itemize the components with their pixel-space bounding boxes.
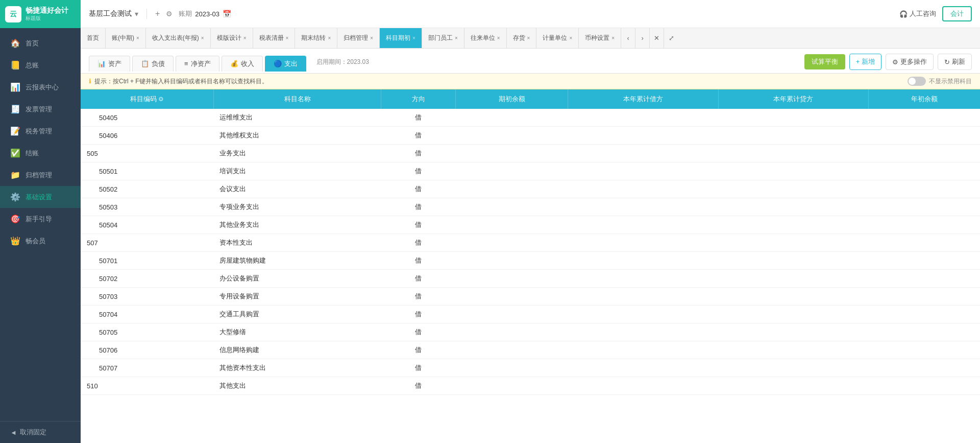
cell-opening-14 [456, 359, 568, 377]
disable-toggle[interactable] [908, 77, 926, 86]
tab-close-12[interactable]: × [611, 35, 615, 41]
sidebar-footer[interactable]: ◄ 取消固定 [0, 421, 81, 443]
tab-prev-button[interactable]: ‹ [621, 28, 635, 48]
tab-10[interactable]: 存货× [507, 28, 537, 48]
sidebar-item-tax[interactable]: 📝 税务管理 [0, 120, 81, 142]
tab-close-6[interactable]: × [370, 35, 373, 41]
sidebar-item-member[interactable]: 👑 畅会员 [0, 230, 81, 252]
tab-next-button[interactable]: › [635, 28, 650, 48]
cell-name-14: 其他资本性支出 [213, 359, 381, 377]
sidebar-item-reports[interactable]: 📊 云报表中心 [0, 76, 81, 98]
tab-6[interactable]: 归档管理× [337, 28, 380, 48]
table-row[interactable]: 50704 交通工具购置 借 [81, 306, 980, 323]
tab-2[interactable]: 收入支出表(年报)× [146, 28, 211, 48]
sidebar-item-archive[interactable]: 📁 归档管理 [0, 164, 81, 186]
sidebar-item-guide[interactable]: 🎯 新手引导 [0, 208, 81, 230]
cell-code-14: 50707 [81, 359, 213, 377]
tab-close-5[interactable]: × [328, 35, 331, 41]
cell-name-6: 其他业务支出 [213, 216, 381, 234]
tab-3[interactable]: 模版设计× [211, 28, 253, 48]
ledger-icon: 📒 [10, 60, 20, 70]
period-selector[interactable]: 账期 2023-03 📅 [179, 9, 231, 18]
tab-expand-button[interactable]: ⤢ [664, 28, 678, 48]
tab-close-all-button[interactable]: ✕ [650, 28, 664, 48]
table-row[interactable]: 50705 大型修缮 借 [81, 323, 980, 341]
table-row[interactable]: 50703 专用设备购置 借 [81, 288, 980, 306]
tab-4[interactable]: 税表清册× [253, 28, 296, 48]
help-button[interactable]: 🎧 人工咨询 [899, 9, 936, 18]
refresh-button[interactable]: ↻ 刷新 [938, 54, 972, 70]
tab-close-4[interactable]: × [286, 35, 289, 41]
sidebar-item-checkout[interactable]: ✅ 结账 [0, 142, 81, 164]
cell-ytd-debit-12 [568, 323, 718, 341]
cell-ytd-debit-6 [568, 216, 718, 234]
tab-7[interactable]: 科目期初× [380, 28, 422, 48]
subtab-liability[interactable]: 📋 负债 [132, 56, 174, 72]
cell-opening-12 [456, 323, 568, 341]
cell-ytd-credit-13 [718, 341, 868, 359]
cell-code-8: 50701 [81, 252, 213, 270]
cell-direction-7: 借 [381, 234, 456, 252]
cell-direction-14: 借 [381, 359, 456, 377]
tab-close-3[interactable]: × [243, 35, 247, 41]
table-row[interactable]: 50502 会议支出 借 [81, 180, 980, 198]
tab-close-10[interactable]: × [527, 35, 530, 41]
subtab-netasset[interactable]: ≡ 净资产 [176, 56, 219, 72]
cell-direction-9: 借 [381, 270, 456, 288]
subtab-income[interactable]: 💰 收入 [222, 56, 263, 72]
tab-close-1[interactable]: × [136, 35, 139, 41]
table-row[interactable]: 50706 信息网络购建 借 [81, 341, 980, 359]
tab-11[interactable]: 计量单位× [536, 28, 579, 48]
gear-icon[interactable]: ⚙ [158, 96, 164, 103]
company-dropdown-icon[interactable]: ▾ [135, 10, 138, 18]
cell-direction-8: 借 [381, 252, 456, 270]
tab-close-9[interactable]: × [497, 35, 500, 41]
cell-opening-0 [456, 109, 568, 127]
cell-ytd-credit-10 [718, 288, 868, 306]
sidebar-item-invoice[interactable]: 🧾 发票管理 [0, 98, 81, 120]
cell-ytd-debit-0 [568, 109, 718, 127]
archive-icon: 📁 [10, 170, 20, 180]
income-icon: 💰 [230, 60, 238, 67]
table-row[interactable]: 50701 房屋建筑物购建 借 [81, 252, 980, 270]
tab-1[interactable]: 账(中期)× [106, 28, 146, 48]
table-row[interactable]: 50406 其他维权支出 借 [81, 127, 980, 145]
table-row[interactable]: 50504 其他业务支出 借 [81, 216, 980, 234]
cell-opening-6 [456, 216, 568, 234]
tab-close-8[interactable]: × [455, 35, 458, 41]
table-row[interactable]: 507 资本性支出 借 [81, 234, 980, 252]
add-button[interactable]: + 新增 [849, 54, 881, 70]
tab-0[interactable]: 首页 [81, 28, 106, 48]
sidebar-item-settings[interactable]: ⚙️ 基础设置 [0, 186, 81, 208]
settings-icon[interactable]: ⚙ [166, 10, 173, 18]
subtab-expense[interactable]: 🔵 支出 [265, 56, 306, 72]
sidebar-item-home[interactable]: 🏠 首页 [0, 32, 81, 54]
tab-close-7[interactable]: × [412, 35, 415, 41]
subtab-asset[interactable]: 📊 资产 [89, 56, 130, 72]
tab-label-3: 模版设计 [217, 34, 241, 42]
tab-5[interactable]: 期末结转× [295, 28, 337, 48]
tab-9[interactable]: 往来单位× [464, 28, 507, 48]
tab-12[interactable]: 币种设置× [579, 28, 621, 48]
table-row[interactable]: 50501 培训支出 借 [81, 162, 980, 180]
more-button[interactable]: ⚙ 更多操作 [886, 54, 934, 70]
table-row[interactable]: 50405 运维维支出 借 [81, 109, 980, 127]
table-row[interactable]: 510 其他支出 借 [81, 377, 980, 395]
table-row[interactable]: 50702 办公设备购置 借 [81, 270, 980, 288]
table-row[interactable]: 50707 其他资本性支出 借 [81, 359, 980, 377]
notice-toggle: 不显示禁用科目 [908, 77, 972, 86]
tab-close-11[interactable]: × [569, 35, 572, 41]
cell-year-opening-6 [868, 216, 980, 234]
tab-8[interactable]: 部门员工× [422, 28, 464, 48]
balance-button[interactable]: 试算平衡 [804, 54, 845, 69]
account-button[interactable]: 会计 [942, 6, 972, 21]
cell-ytd-debit-13 [568, 341, 718, 359]
table-row[interactable]: 505 业务支出 借 [81, 145, 980, 162]
table-row[interactable]: 50503 专项业务支出 借 [81, 198, 980, 216]
cell-name-10: 专用设备购置 [213, 288, 381, 306]
checkout-icon: ✅ [10, 148, 20, 158]
sidebar-item-ledger[interactable]: 📒 总账 [0, 54, 81, 76]
tab-close-2[interactable]: × [201, 35, 204, 41]
add-company-icon[interactable]: + [155, 9, 160, 18]
company-selector[interactable]: 基层工会测试 ▾ [89, 9, 138, 18]
